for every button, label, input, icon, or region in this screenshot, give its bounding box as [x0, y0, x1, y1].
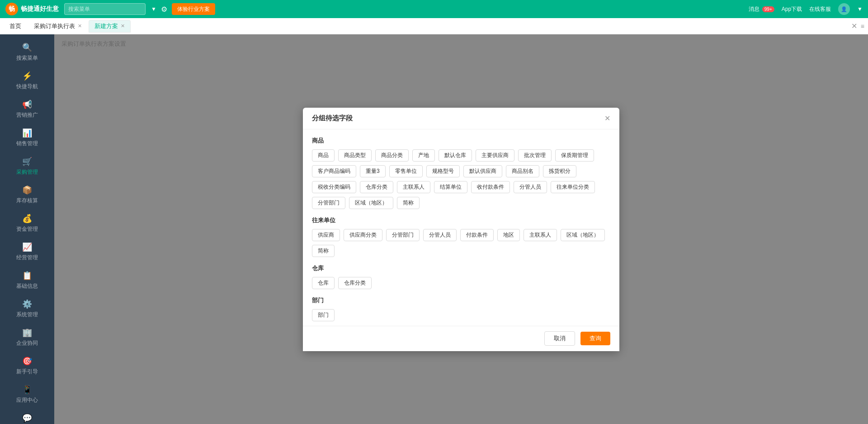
field-tag[interactable]: 供应商分类 — [344, 229, 382, 241]
top-header: 畅 畅捷通好生意 ▼ ⚙ 体验行业方案 消息 99+ App下载 在线客服 👤 … — [0, 0, 868, 18]
search-dropdown[interactable]: ▼ — [151, 6, 156, 12]
field-tag[interactable]: 仓库分类 — [338, 277, 372, 289]
field-tag[interactable]: 税收分类编码 — [312, 181, 356, 193]
sales-icon: 📊 — [22, 128, 32, 138]
field-tag[interactable]: 仓库 — [312, 277, 335, 289]
tab-close-all[interactable]: ✕ — [851, 22, 857, 30]
field-tag[interactable]: 默认供应商 — [463, 165, 502, 177]
field-tag[interactable]: 商品分类 — [375, 149, 409, 162]
field-tag[interactable]: 结算单位 — [434, 181, 467, 193]
field-tag[interactable]: 主要供应商 — [476, 149, 514, 162]
sidebar-item-search[interactable]: 🔍 搜索菜单 — [0, 38, 54, 67]
notifications-badge: 99+ — [762, 6, 774, 12]
field-tag[interactable]: 主联系人 — [397, 181, 430, 193]
content-area: 采购订单执行表方案设置 分组待选字段 ✕ 商品 商品 商品类型 — [54, 34, 868, 424]
logo-area: 畅 畅捷通好生意 — [5, 3, 60, 15]
sidebar-item-finance[interactable]: 💰 资金管理 — [0, 209, 54, 238]
tab-home-label: 首页 — [9, 22, 21, 30]
field-tag[interactable]: 收付款条件 — [471, 181, 510, 193]
enterprise-icon: 🏢 — [22, 328, 32, 338]
settings-icon[interactable]: ⚙ — [161, 5, 167, 14]
field-tag[interactable]: 简称 — [397, 197, 420, 209]
field-tag[interactable]: 地区 — [497, 229, 520, 241]
confirm-button[interactable]: 查询 — [580, 332, 610, 345]
tab-purchase-execution[interactable]: 采购订单执行表 ✕ — [28, 20, 88, 33]
sidebar-item-guide[interactable]: 🎯 新手引导 — [0, 352, 54, 380]
tab-menu[interactable]: ≡ — [861, 23, 864, 30]
field-tag[interactable]: 商品 — [312, 149, 335, 162]
field-tag[interactable]: 往来单位分类 — [551, 181, 595, 193]
section-warehouse: 仓库 仓库 仓库分类 — [312, 264, 610, 289]
sidebar-item-enterprise[interactable]: 🏢 企业协同 — [0, 323, 54, 352]
tab-right-buttons: ✕ ≡ — [851, 22, 864, 30]
field-tag[interactable]: 批次管理 — [518, 149, 552, 162]
trial-button[interactable]: 体验行业方案 — [172, 3, 215, 15]
sidebar-item-enterprise-label: 企业协同 — [16, 339, 38, 347]
sidebar-item-marketing[interactable]: 📢 营销推广 — [0, 95, 54, 124]
search-input[interactable] — [64, 3, 146, 15]
field-tag[interactable]: 保质期管理 — [555, 149, 594, 162]
section-department: 部门 部门 — [312, 296, 610, 321]
field-tag[interactable]: 商品别名 — [506, 165, 539, 177]
main-layout: 🔍 搜索菜单 ⚡ 快捷导航 📢 营销推广 📊 销售管理 🛒 采购管理 📦 库存核… — [0, 34, 868, 424]
field-tag[interactable]: 默认仓库 — [439, 149, 472, 162]
sidebar-item-enterprise-wechat[interactable]: 💬 企业微信 — [0, 409, 54, 424]
tab-home[interactable]: 首页 — [4, 20, 27, 33]
user-dropdown[interactable]: ▼ — [857, 6, 863, 12]
avatar[interactable]: 👤 — [838, 3, 850, 15]
field-tag[interactable]: 重量3 — [360, 165, 386, 177]
basic-info-icon: 📋 — [22, 271, 32, 281]
field-tag[interactable]: 主联系人 — [524, 229, 557, 241]
section-goods-tags: 商品 商品类型 商品分类 产地 默认仓库 主要供应商 批次管理 保质期管理 客户… — [312, 149, 610, 209]
sidebar-item-finance-label: 资金管理 — [16, 225, 38, 233]
tab-new-plan[interactable]: 新建方案 ✕ — [89, 20, 131, 33]
sidebar-item-app-center[interactable]: 📱 应用中心 — [0, 380, 54, 409]
section-department-tags: 部门 — [312, 309, 610, 321]
notifications-btn[interactable]: 消息 99+ — [749, 5, 774, 13]
sidebar-item-system[interactable]: ⚙️ 系统管理 — [0, 295, 54, 323]
section-goods: 商品 商品 商品类型 商品分类 产地 默认仓库 主要供应商 批次管理 保质期管理… — [312, 137, 610, 209]
sidebar-item-system-label: 系统管理 — [16, 311, 38, 319]
section-warehouse-tags: 仓库 仓库分类 — [312, 277, 610, 289]
tab-purchase-close[interactable]: ✕ — [78, 23, 82, 29]
field-tag[interactable]: 简称 — [312, 245, 335, 257]
purchase-icon: 🛒 — [22, 157, 32, 167]
field-tag[interactable]: 客户商品编码 — [312, 165, 356, 177]
field-tag[interactable]: 商品类型 — [338, 149, 372, 162]
field-tag[interactable]: 区域（地区） — [561, 229, 605, 241]
sidebar-item-purchase[interactable]: 🛒 采购管理 — [0, 152, 54, 181]
field-tag[interactable]: 仓库分类 — [360, 181, 393, 193]
guide-icon: 🎯 — [22, 356, 32, 366]
field-tag[interactable]: 规格型号 — [426, 165, 460, 177]
field-tag[interactable]: 分管人员 — [423, 229, 457, 241]
sidebar-item-basic-info[interactable]: 📋 基础信息 — [0, 266, 54, 295]
tab-new-plan-close[interactable]: ✕ — [121, 23, 125, 29]
online-service-link[interactable]: 在线客服 — [809, 5, 831, 13]
app-download-link[interactable]: App下载 — [782, 5, 802, 13]
sidebar-item-quick-nav[interactable]: ⚡ 快捷导航 — [0, 67, 54, 95]
field-tag[interactable]: 付款条件 — [460, 229, 494, 241]
finance-icon: 💰 — [22, 214, 32, 224]
modal-body[interactable]: 商品 商品 商品类型 商品分类 产地 默认仓库 主要供应商 批次管理 保质期管理… — [303, 129, 619, 347]
tab-new-plan-label: 新建方案 — [94, 22, 118, 30]
section-warehouse-title: 仓库 — [312, 264, 610, 272]
cancel-button[interactable]: 取消 — [544, 331, 575, 346]
search-icon: 🔍 — [22, 43, 32, 52]
sidebar-item-sales[interactable]: 📊 销售管理 — [0, 124, 54, 152]
field-tag[interactable]: 供应商 — [312, 229, 340, 241]
app-center-icon: 📱 — [22, 385, 32, 395]
field-tag[interactable]: 部门 — [312, 309, 335, 321]
field-tag[interactable]: 拣货积分 — [543, 165, 576, 177]
modal-close-button[interactable]: ✕ — [604, 114, 610, 123]
field-tag[interactable]: 产地 — [412, 149, 435, 162]
quick-nav-icon: ⚡ — [22, 71, 32, 81]
field-tag[interactable]: 分管部门 — [312, 197, 345, 209]
field-tag[interactable]: 零售单位 — [389, 165, 423, 177]
sidebar-item-inventory[interactable]: 📦 库存核算 — [0, 181, 54, 209]
sidebar-item-operations[interactable]: 📈 经营管理 — [0, 238, 54, 266]
field-tag[interactable]: 分管部门 — [386, 229, 420, 241]
operations-icon: 📈 — [22, 242, 32, 252]
field-tag[interactable]: 分管人员 — [514, 181, 547, 193]
header-right: 消息 99+ App下载 在线客服 👤 ▼ — [749, 3, 863, 15]
field-tag[interactable]: 区域（地区） — [349, 197, 393, 209]
